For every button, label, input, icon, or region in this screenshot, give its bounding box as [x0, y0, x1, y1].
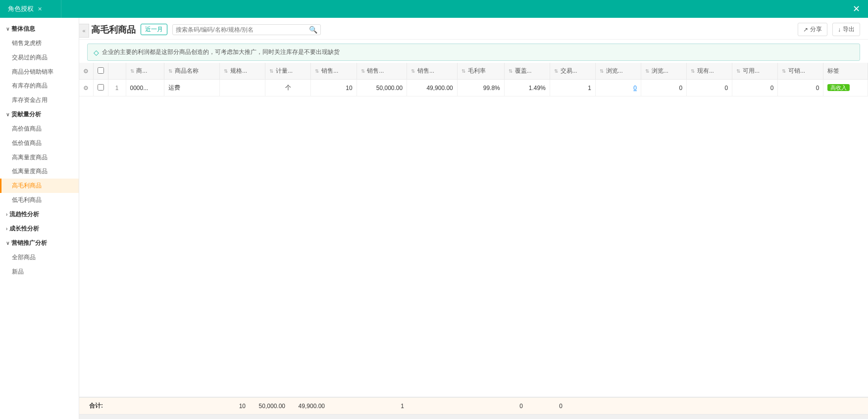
col-header-spec[interactable]: ⇅ 规格... [220, 63, 265, 80]
sidebar-section-overall[interactable]: ∨整体信息 [0, 22, 79, 36]
col-header-browse2[interactable]: ⇅ 浏览... [641, 63, 687, 80]
footer-spacer1 [111, 403, 210, 410]
sidebar-item-high-value[interactable]: 高价值商品 [0, 122, 79, 136]
tag-badge-0: 高收入 [827, 84, 850, 91]
search-box: 🔍 [172, 24, 321, 35]
bottom-scrollbar[interactable] [79, 414, 868, 419]
top-nav: 首页销售单✕进货单✕权限设置✕角色授权✕产成品入库单✕单据模板设置✕商品分析✕商… [0, 0, 868, 18]
sidebar-item-low-value[interactable]: 低价值商品 [0, 136, 79, 150]
search-input[interactable] [176, 26, 309, 33]
sort-icon-spec: ⇅ [224, 68, 229, 74]
footer-trade-count: 1 [368, 403, 408, 410]
sidebar-item-high-margin[interactable]: 高毛利商品 [0, 179, 79, 193]
sidebar-section-trend-analysis[interactable]: ›流趋性分析 [0, 207, 79, 222]
cell-current_stock-0: 0 [687, 80, 732, 96]
period-button[interactable]: 近一月 [141, 24, 167, 35]
footer-sales-cost: 49,900.00 [289, 403, 329, 410]
col-header-unit[interactable]: ⇅ 计量... [265, 63, 311, 80]
share-icon: ↗ [803, 26, 808, 33]
app-close-button[interactable]: ✕ [847, 3, 866, 14]
export-icon: ↓ [838, 26, 841, 33]
sidebar-section-label-growth-analysis: 成长性分析 [9, 225, 39, 233]
sidebar-section-profit-analysis[interactable]: ∨贡献量分析 [0, 107, 79, 122]
col-header-sales_qty[interactable]: ⇅ 销售... [311, 63, 357, 80]
nav-tab-role[interactable]: 角色授权✕ [2, 0, 61, 18]
footer-spacer3 [408, 403, 448, 410]
sort-icon-code: ⇅ [130, 68, 136, 74]
col-header-cover_rate[interactable]: ⇅ 覆盖... [504, 63, 550, 80]
share-button[interactable]: ↗ 分享 [798, 23, 827, 36]
row-settings-0[interactable]: ⚙ [79, 80, 93, 96]
col-label-name: 商品名称 [175, 67, 199, 74]
col-label-code: 商... [136, 67, 147, 74]
cell-code-0: 0000... [126, 80, 164, 96]
footer-current-stock: 0 [487, 403, 527, 410]
nav-tab-close-role[interactable]: ✕ [38, 6, 42, 12]
row-no-0: 1 [108, 80, 126, 96]
col-label-unit: 计量... [276, 67, 293, 74]
sidebar-section-arrow-growth-analysis: › [6, 226, 7, 232]
sidebar-section-growth-analysis[interactable]: ›成长性分析 [0, 222, 79, 236]
sidebar-item-all-goods[interactable]: 全部商品 [0, 250, 79, 265]
nav-tab-label-role: 角色授权 [8, 4, 34, 13]
sidebar-item-analysis-rate[interactable]: 商品分销助销率 [0, 65, 79, 79]
table-footer: 合计: 10 50,000.00 49,900.00 1 0 0 [79, 397, 868, 414]
content-header: 高毛利商品 近一月 🔍 ↗ 分享 ↓ 导出 [79, 18, 868, 40]
col-label-trade_count: 交易... [561, 67, 577, 74]
col-header-trade_count[interactable]: ⇅ 交易... [550, 63, 595, 80]
sidebar-item-low-margin[interactable]: 低毛利商品 [0, 193, 79, 207]
col-header-tag: 标签 [823, 63, 868, 80]
sort-icon-unit: ⇅ [269, 68, 275, 74]
col-header-no [108, 63, 126, 80]
sort-icon-sales_qty: ⇅ [315, 68, 320, 74]
content-area: « 高毛利商品 近一月 🔍 ↗ 分享 ↓ 导出 ◇ 企业的主要的利润都是这部分商… [79, 18, 868, 419]
table-header-row: ⚙⇅ 商...⇅ 商品名称⇅ 规格...⇅ 计量...⇅ 销售...⇅ 销售..… [79, 63, 868, 80]
col-header-browse1[interactable]: ⇅ 浏览... [595, 63, 641, 80]
browse1-link-0[interactable]: 0 [633, 85, 637, 92]
sidebar-collapse-button[interactable]: « [79, 24, 89, 38]
col-label-sales_amt: 销售... [367, 67, 384, 74]
export-button[interactable]: ↓ 导出 [832, 23, 860, 36]
col-header-code[interactable]: ⇅ 商... [126, 63, 164, 80]
cell-available_stock-0: 0 [732, 80, 778, 96]
col-header-sales_cost[interactable]: ⇅ 销售... [407, 63, 458, 80]
sidebar-section-arrow-profit-analysis: ∨ [6, 112, 9, 117]
col-label-browse2: 浏览... [652, 67, 668, 74]
cell-spec-0 [220, 80, 265, 96]
col-header-name[interactable]: ⇅ 商品名称 [164, 63, 220, 80]
sort-icon-margin_rate: ⇅ [461, 68, 467, 74]
sidebar-section-marketing-analysis[interactable]: ∨营销推广分析 [0, 236, 79, 250]
sidebar-item-capital-occupy[interactable]: 库存资金占用 [0, 93, 79, 107]
col-label-saleable_stock: 可销... [788, 67, 805, 74]
sort-icon-trade_count: ⇅ [554, 68, 560, 74]
cell-saleable_stock-0: 0 [778, 80, 823, 96]
cell-cover_rate-0: 1.49% [504, 80, 550, 96]
col-header-checkbox [93, 63, 108, 80]
sidebar-item-hot-goods[interactable]: 销售龙虎榜 [0, 36, 79, 50]
info-banner: ◇ 企业的主要的利润都是这部分商品创造的，可考虑加大推广，同时关注库存是不要出现… [87, 44, 860, 61]
sidebar-item-traded-goods[interactable]: 交易过的商品 [0, 50, 79, 65]
sort-icon-browse2: ⇅ [645, 68, 651, 74]
sidebar-item-high-freq[interactable]: 高离量度商品 [0, 150, 79, 165]
col-label-current_stock: 现有... [697, 67, 714, 74]
sort-icon-cover_rate: ⇅ [509, 68, 514, 74]
col-header-available_stock[interactable]: ⇅ 可用... [732, 63, 778, 80]
cell-sales_cost-0: 49,900.00 [407, 80, 458, 96]
cell-browse1-0: 0 [595, 80, 641, 96]
search-icon[interactable]: 🔍 [309, 26, 317, 34]
col-header-margin_rate[interactable]: ⇅ 毛利率 [457, 63, 504, 80]
table-wrapper[interactable]: ⚙⇅ 商...⇅ 商品名称⇅ 规格...⇅ 计量...⇅ 销售...⇅ 销售..… [79, 63, 868, 397]
select-all-checkbox[interactable] [98, 67, 104, 74]
sidebar-section-label-overall: 整体信息 [11, 25, 35, 33]
sidebar-item-new-goods[interactable]: 新品 [0, 265, 79, 279]
sidebar-item-low-freq[interactable]: 低离量度商品 [0, 164, 79, 179]
sidebar-section-arrow-trend-analysis: › [6, 212, 7, 217]
col-header-saleable_stock[interactable]: ⇅ 可销... [778, 63, 823, 80]
sidebar-item-stocked-goods[interactable]: 有库存的商品 [0, 79, 79, 93]
row-checkbox-0[interactable] [93, 80, 108, 96]
main-layout: ∨整体信息销售龙虎榜交易过的商品商品分销助销率有库存的商品库存资金占用∨贡献量分… [0, 18, 868, 419]
sort-icon-name: ⇅ [168, 68, 174, 74]
cell-unit-0: 个 [265, 80, 311, 96]
col-header-current_stock[interactable]: ⇅ 现有... [687, 63, 732, 80]
col-header-sales_amt[interactable]: ⇅ 销售... [357, 63, 407, 80]
